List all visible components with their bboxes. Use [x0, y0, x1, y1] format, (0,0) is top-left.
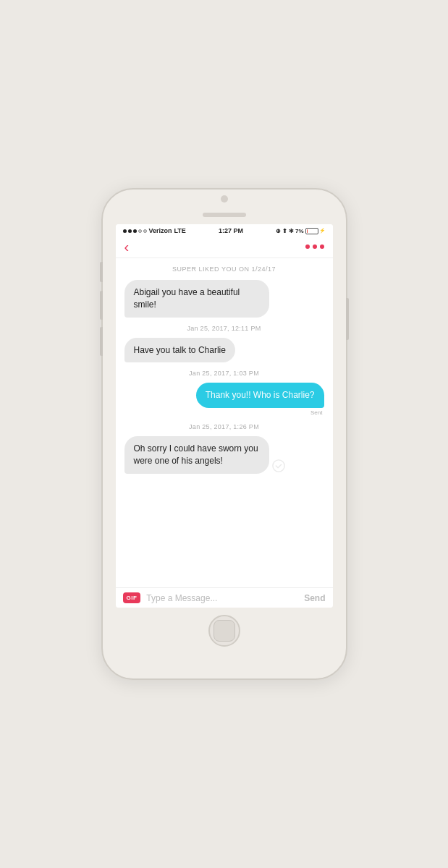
header-bar: ‹: [116, 236, 333, 258]
dot-3: [320, 244, 324, 249]
super-liked-label: SUPER LIKED YOU ON 1/24/17: [124, 265, 324, 273]
dot-1: [305, 244, 310, 249]
status-time: 1:27 PM: [219, 227, 243, 234]
list-item: Have you talk to Charlie: [124, 338, 324, 363]
home-button[interactable]: [208, 615, 240, 647]
read-receipt-icon: [272, 459, 285, 472]
sent-bubble: Thank you!! Who is Charlie?: [196, 383, 324, 408]
message-text: Abigail you have a beautiful smile!: [134, 287, 240, 310]
send-button[interactable]: Send: [304, 593, 325, 603]
message-input-placeholder[interactable]: Type a Message...: [146, 593, 298, 603]
signal-dot-5: [143, 229, 147, 233]
gif-button[interactable]: GIF: [123, 592, 141, 603]
phone-screen: Verizon LTE 1:27 PM ⊕ ⬆ ✻ 7% ⚡ ‹: [116, 224, 333, 608]
mute-button[interactable]: [100, 262, 103, 282]
list-item: Abigail you have a beautiful smile!: [124, 280, 324, 318]
message-text: Have you talk to Charlie: [134, 345, 226, 355]
signal-dot-1: [123, 229, 127, 233]
status-left: Verizon LTE: [123, 227, 186, 234]
bluetooth-icon: ⬆: [282, 228, 287, 234]
sent-status: Sent: [310, 409, 322, 416]
timestamp-label: Jan 25, 2017, 12:11 PM: [124, 325, 324, 332]
back-button[interactable]: ‹: [124, 239, 130, 254]
received-bubble: Oh sorry I could have sworn you were one…: [124, 436, 269, 474]
input-bar: GIF Type a Message... Send: [116, 587, 333, 608]
messages-area: SUPER LIKED YOU ON 1/24/17 Abigail you h…: [116, 258, 333, 587]
signal-dot-4: [138, 229, 142, 233]
received-bubble: Abigail you have a beautiful smile!: [124, 280, 269, 318]
timestamp-label: Jan 25, 2017, 1:03 PM: [124, 370, 324, 377]
network-type: LTE: [174, 227, 186, 234]
status-bar: Verizon LTE 1:27 PM ⊕ ⬆ ✻ 7% ⚡: [116, 224, 333, 236]
status-right: ⊕ ⬆ ✻ 7% ⚡: [276, 228, 326, 234]
location-icon: ⊕: [276, 228, 281, 234]
phone-frame: Verizon LTE 1:27 PM ⊕ ⬆ ✻ 7% ⚡ ‹: [101, 188, 347, 680]
battery-percent: 7%: [295, 228, 304, 234]
front-camera: [221, 195, 228, 203]
volume-up-button[interactable]: [100, 291, 103, 320]
home-button-inner: [214, 620, 235, 642]
carrier-name: Verizon: [149, 227, 172, 234]
power-button[interactable]: [346, 298, 349, 340]
signal-dot-2: [128, 229, 132, 233]
volume-down-button[interactable]: [100, 327, 103, 356]
earpiece-speaker: [203, 213, 246, 217]
signal-dot-3: [133, 229, 137, 233]
received-bubble: Have you talk to Charlie: [124, 338, 235, 363]
timestamp-label: Jan 25, 2017, 1:26 PM: [124, 423, 324, 430]
list-item: Thank you!! Who is Charlie? Sent: [124, 383, 324, 416]
more-options-button[interactable]: [305, 244, 324, 249]
dot-2: [313, 244, 317, 249]
signal-bars: [123, 229, 147, 233]
svg-point-0: [272, 460, 284, 472]
bluetooth-icon2: ✻: [289, 228, 294, 234]
list-item: Oh sorry I could have sworn you were one…: [124, 436, 324, 474]
lightning-icon: ⚡: [319, 228, 326, 234]
message-text: Oh sorry I could have sworn you were one…: [134, 443, 258, 466]
battery-indicator: ⚡: [305, 228, 326, 234]
message-text: Thank you!! Who is Charlie?: [206, 390, 315, 400]
